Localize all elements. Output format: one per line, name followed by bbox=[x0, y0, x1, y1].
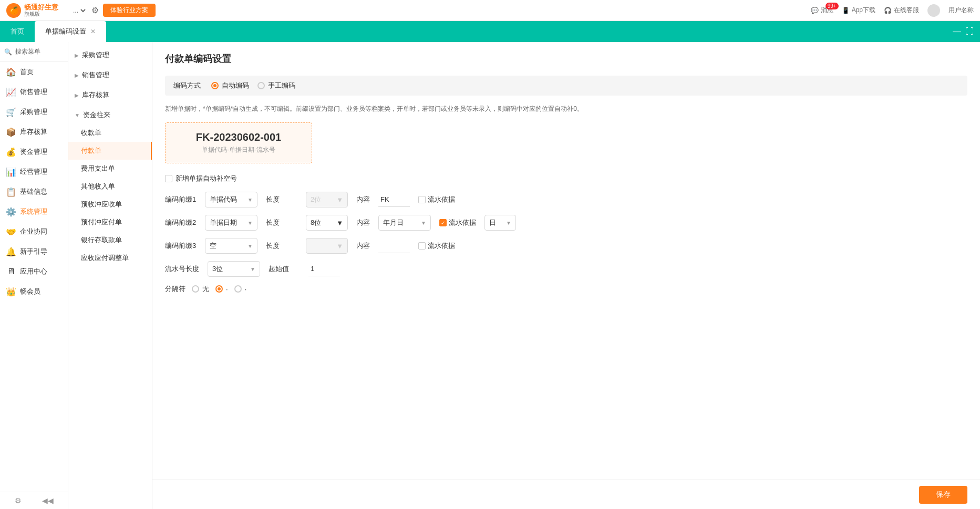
sidebar-item-label: 基础信息 bbox=[20, 187, 47, 196]
sidebar-item-member[interactable]: 👑 畅会员 bbox=[0, 282, 68, 302]
tab-home[interactable]: 首页 bbox=[0, 21, 35, 42]
sidebar-item-label: 资金管理 bbox=[20, 147, 47, 157]
serial3-checkbox[interactable] bbox=[418, 242, 426, 250]
sub-menu-item-pre-payable[interactable]: 预付冲应付单 bbox=[68, 213, 152, 231]
app-download-item[interactable]: 📱 App下载 bbox=[842, 6, 875, 15]
manual-encode-radio[interactable] bbox=[257, 82, 265, 89]
content2-select[interactable]: 年月日 ▼ bbox=[378, 215, 431, 231]
auto-fill-row: 新增单据自动补空号 bbox=[165, 174, 967, 183]
serial2-checkbox-row: 流水依据 bbox=[439, 218, 476, 227]
manual-encode-option[interactable]: 手工编码 bbox=[257, 81, 295, 90]
tab-close-button[interactable]: ✕ bbox=[90, 28, 96, 35]
content-area: 付款单编码设置 编码方式 自动编码 手工编码 新增单据时，*单据编码*自动生成，… bbox=[152, 42, 980, 509]
sidebar-item-finance[interactable]: 💰 资金管理 bbox=[0, 142, 68, 162]
sub-group-inventory-title[interactable]: ▶ 库存核算 bbox=[68, 86, 152, 104]
serial2-checkbox[interactable] bbox=[439, 219, 447, 226]
length3-label: 长度 bbox=[266, 241, 297, 251]
message-item[interactable]: 💬 消息 99+ bbox=[811, 6, 833, 15]
auto-encode-option[interactable]: 自动编码 bbox=[211, 81, 249, 90]
sidebar-search[interactable]: 🔍 搜索菜单 bbox=[0, 42, 68, 62]
sidebar-item-label: 采购管理 bbox=[20, 107, 47, 117]
tab-minimize-button[interactable]: — bbox=[953, 27, 961, 36]
breadcrumb-select[interactable]: ... bbox=[71, 6, 87, 15]
tab-encode-settings[interactable]: 单据编码设置 ✕ bbox=[35, 21, 106, 42]
serial-length-row: 流水号长度 3位 ▼ 起始值 1 bbox=[165, 261, 967, 277]
sidebar-item-label: 销售管理 bbox=[20, 87, 47, 97]
auto-fill-checkbox[interactable] bbox=[165, 175, 172, 182]
sub-menu-item-payment[interactable]: 付款单 bbox=[68, 142, 152, 160]
serial1-checkbox[interactable] bbox=[418, 196, 426, 203]
collab-icon: 🤝 bbox=[6, 227, 16, 236]
sidebar-item-label: 企业协同 bbox=[20, 227, 47, 236]
sub-group-sales-title[interactable]: ▶ 销售管理 bbox=[68, 66, 152, 84]
serial-length-label: 流水号长度 bbox=[165, 264, 199, 274]
home-icon: 🏠 bbox=[6, 67, 16, 77]
content3-value bbox=[378, 238, 410, 253]
form-row-prefix1: 编码前缀1 单据代码 ▼ 长度 2位 ▼ 内容 FK 流水依据 bbox=[165, 192, 967, 207]
day-select[interactable]: 日 ▼ bbox=[484, 215, 516, 231]
sub-menu-item-pre-receivable[interactable]: 预收冲应收单 bbox=[68, 195, 152, 213]
sidebar-footer: ⚙ ◀◀ bbox=[0, 492, 68, 509]
sub-menu-item-adjust[interactable]: 应收应付调整单 bbox=[68, 249, 152, 267]
user-name: 用户名称 bbox=[948, 6, 974, 15]
settings-button[interactable]: ⚙ bbox=[15, 496, 22, 505]
sidebar-item-guide[interactable]: 🔔 新手引导 bbox=[0, 242, 68, 262]
app-download-label: App下载 bbox=[852, 6, 875, 15]
sidebar-item-sales[interactable]: 📈 销售管理 bbox=[0, 82, 68, 102]
sidebar-item-inventory[interactable]: 📦 库存核算 bbox=[0, 122, 68, 142]
sidebar-item-apps[interactable]: 🖥 应用中心 bbox=[0, 262, 68, 282]
main-layout: 🔍 搜索菜单 🏠 首页 📈 销售管理 🛒 采购管理 📦 库存核算 💰 bbox=[0, 42, 980, 509]
prefix3-select[interactable]: 空 ▼ bbox=[205, 238, 257, 254]
sep-dash-radio[interactable] bbox=[234, 285, 242, 293]
sep-dash-option[interactable]: · bbox=[234, 285, 247, 293]
chevron-down-icon8: ▼ bbox=[336, 242, 343, 250]
length2-select[interactable]: 8位 ▼ bbox=[306, 215, 348, 231]
sep-dot-radio[interactable] bbox=[215, 285, 223, 293]
arrow-down-icon: ▼ bbox=[75, 112, 80, 118]
sub-menu-item-bank[interactable]: 银行存取款单 bbox=[68, 231, 152, 249]
sub-menu-item-other-income[interactable]: 其他收入单 bbox=[68, 178, 152, 195]
search-icon: 🔍 bbox=[4, 48, 12, 56]
gear-button[interactable]: ⚙ bbox=[91, 5, 99, 15]
start-value-input[interactable]: 1 bbox=[308, 262, 340, 276]
sidebar-item-basic[interactable]: 📋 基础信息 bbox=[0, 182, 68, 202]
sep-dot-option[interactable]: · bbox=[215, 285, 228, 293]
trial-button[interactable]: 体验行业方案 bbox=[103, 4, 156, 17]
sidebar-item-system[interactable]: ⚙️ 系统管理 bbox=[0, 202, 68, 222]
prefix1-select[interactable]: 单据代码 ▼ bbox=[205, 192, 257, 207]
collapse-button[interactable]: ◀◀ bbox=[42, 496, 54, 505]
chevron-down-icon9: ▼ bbox=[250, 266, 255, 272]
start-value-label: 起始值 bbox=[269, 264, 300, 274]
tab-actions: — ⛶ bbox=[953, 27, 980, 36]
separator-label: 分隔符 bbox=[165, 284, 185, 294]
tab-maximize-button[interactable]: ⛶ bbox=[965, 27, 974, 36]
sub-group-purchase-title[interactable]: ▶ 采购管理 bbox=[68, 46, 152, 64]
online-service-item[interactable]: 🎧 在线客服 bbox=[884, 6, 919, 15]
sub-group-capital-title[interactable]: ▼ 资金往来 bbox=[68, 106, 152, 124]
system-icon: ⚙️ bbox=[6, 207, 16, 216]
finance-icon: 💰 bbox=[6, 147, 16, 157]
save-button[interactable]: 保存 bbox=[919, 486, 967, 504]
serial2-label: 流水依据 bbox=[449, 218, 476, 227]
sidebar-item-business[interactable]: 📊 经营管理 bbox=[0, 162, 68, 182]
serial-length-select[interactable]: 3位 ▼ bbox=[208, 261, 260, 277]
content2-label: 内容 bbox=[356, 218, 370, 227]
prefix2-select[interactable]: 单据日期 ▼ bbox=[205, 215, 257, 231]
sep-none-radio[interactable] bbox=[192, 285, 199, 293]
download-icon: 📱 bbox=[842, 7, 850, 14]
sidebar-item-purchase[interactable]: 🛒 采购管理 bbox=[0, 102, 68, 122]
sub-menu-item-receipt[interactable]: 收款单 bbox=[68, 124, 152, 142]
sidebar-item-collab[interactable]: 🤝 企业协同 bbox=[0, 222, 68, 242]
form-row-prefix2: 编码前缀2 单据日期 ▼ 长度 8位 ▼ 内容 年月日 ▼ 流水依据 日 ▼ bbox=[165, 215, 967, 231]
content1-label: 内容 bbox=[356, 195, 370, 204]
encode-mode-label: 编码方式 bbox=[173, 81, 201, 90]
sep-none-option[interactable]: 无 bbox=[192, 284, 209, 294]
sidebar-item-home[interactable]: 🏠 首页 bbox=[0, 62, 68, 82]
separator-options: 无 · · bbox=[192, 284, 246, 294]
sidebar-item-label: 应用中心 bbox=[20, 267, 47, 276]
logo-subtitle: 旗舰版 bbox=[24, 11, 58, 17]
chevron-down-icon2: ▼ bbox=[336, 196, 343, 204]
auto-encode-radio[interactable] bbox=[211, 82, 219, 89]
sub-menu-item-expense[interactable]: 费用支出单 bbox=[68, 160, 152, 178]
member-icon: 👑 bbox=[6, 287, 16, 296]
